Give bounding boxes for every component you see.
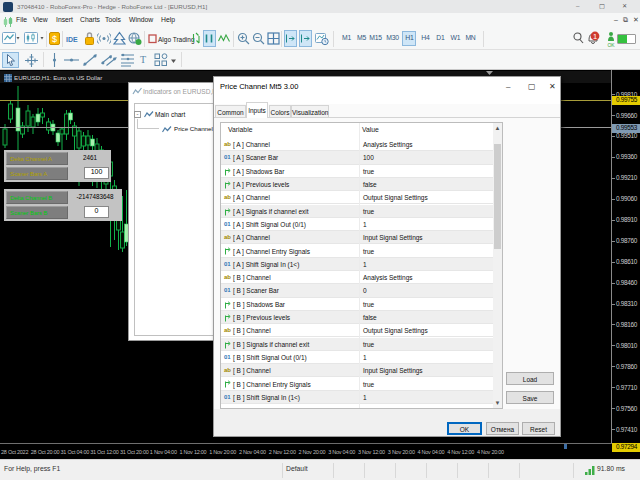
svg-text:1: 1 xyxy=(593,32,597,41)
svg-text:OK: OK xyxy=(607,42,615,48)
svg-text:$: $ xyxy=(52,34,57,44)
